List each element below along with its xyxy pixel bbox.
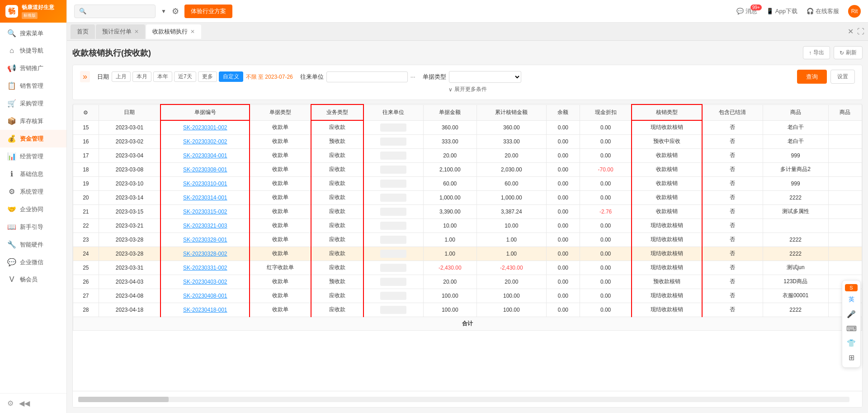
float-grid-icon[interactable]: ⊞ — [845, 351, 858, 364]
sidebar-label-search: 搜索菜单 — [20, 29, 43, 38]
dots-icon[interactable]: ··· — [410, 73, 415, 80]
notification-icon: 💬 — [736, 8, 744, 14]
scrollbar-thumb[interactable] — [78, 397, 169, 402]
sidebar-label-operation: 经营管理 — [20, 152, 43, 161]
settings-icon[interactable]: ⚙ — [7, 399, 14, 408]
table-row: 20 2023-03-14 SK-20230314-001 收款单 应收款 1,… — [73, 190, 862, 204]
sidebar-label-collab: 企业协同 — [20, 205, 43, 214]
tab-prepay-close[interactable]: ✕ — [134, 28, 139, 35]
doc-no-link[interactable]: SK-20230331-002 — [183, 265, 227, 271]
sidebar-item-operation[interactable]: 📊经营管理 — [0, 147, 66, 165]
sidebar-footer: ⚙ ◀◀ — [0, 393, 66, 413]
online-service-item[interactable]: 🎧 在线客服 — [807, 7, 839, 15]
cell-biz-type: 应收款 — [311, 120, 363, 134]
filter-toggle-btn[interactable]: » — [80, 71, 90, 82]
table-row: 21 2023-03-15 SK-20230315-002 收款单 应收款 3,… — [73, 204, 862, 218]
unit-input[interactable] — [326, 71, 408, 82]
sidebar-label-nav: 快捷导航 — [20, 47, 43, 55]
tab-home[interactable]: 首页 — [71, 24, 95, 39]
close-window-icon[interactable]: ✕ — [848, 27, 854, 36]
cell-balance: 0.00 — [546, 233, 580, 247]
notification-item[interactable]: 💬 消息 99+ — [736, 7, 757, 15]
table-row: 18 2023-03-08 SK-20230308-001 收款单 应收款 2,… — [73, 162, 862, 176]
sidebar-item-wechat[interactable]: 💬企业微信 — [0, 253, 66, 271]
date-btn-this-year[interactable]: 本年 — [153, 71, 172, 82]
sidebar-item-inventory[interactable]: 📦库存核算 — [0, 112, 66, 130]
chevron-down-icon: ∨ — [448, 86, 453, 93]
doc-no-link[interactable]: SK-20230321-003 — [183, 223, 227, 229]
doc-no-link[interactable]: SK-20230418-001 — [183, 307, 227, 313]
expand-more-btn[interactable]: ∨ 展开更多条件 — [80, 85, 855, 93]
cell-product1: 衣服00001 — [763, 289, 828, 303]
date-btn-last-month[interactable]: 上月 — [112, 71, 131, 82]
cell-no: 19 — [73, 176, 99, 190]
tab-receipt[interactable]: 收款核销执行 ✕ — [146, 24, 201, 39]
cell-date: 2023-03-14 — [99, 190, 160, 204]
doc-no-link[interactable]: SK-20230314-001 — [183, 195, 227, 201]
query-button[interactable]: 查询 — [797, 70, 827, 84]
doc-no-link[interactable]: SK-20230310-001 — [183, 180, 227, 187]
unit-cell — [380, 180, 407, 188]
sidebar-item-finance[interactable]: 💰资金管理 — [0, 130, 66, 147]
refresh-button[interactable]: ↻ 刷新 — [834, 46, 863, 59]
float-keyboard-icon[interactable]: ⌨ — [845, 322, 858, 335]
doc-no-link[interactable]: SK-20230328-001 — [183, 237, 227, 243]
settings-button[interactable]: 设置 — [830, 70, 855, 84]
date-btn-custom[interactable]: 自定义 — [219, 71, 243, 82]
sidebar-item-system[interactable]: ⚙系统管理 — [0, 183, 66, 200]
tab-receipt-close[interactable]: ✕ — [190, 28, 195, 35]
table-row: 25 2023-03-31 SK-20230331-002 红字收款单 应收款 … — [73, 261, 862, 275]
sidebar-item-marketing[interactable]: 📢营销推广 — [0, 59, 66, 77]
doc-no-link[interactable]: SK-20230328-002 — [183, 251, 227, 257]
cell-written-off: 360.00 — [477, 120, 547, 134]
doc-no-link[interactable]: SK-20230315-002 — [183, 209, 227, 215]
cell-unit — [363, 176, 423, 190]
cell-included: 否 — [702, 162, 763, 176]
collapse-icon[interactable]: ◀◀ — [19, 399, 30, 408]
horizontal-scrollbar[interactable] — [78, 397, 849, 402]
gear-icon[interactable]: ⚙ — [172, 6, 179, 16]
cell-doc-no: SK-20230310-001 — [160, 176, 250, 190]
cell-product2 — [828, 247, 862, 261]
float-mic-icon[interactable]: 🎤 — [845, 308, 858, 320]
th-settings[interactable]: ⚙ — [73, 104, 99, 120]
table-row: 24 2023-03-28 SK-20230328-002 收款单 应收款 1.… — [73, 247, 862, 261]
avatar[interactable]: Rit — [848, 5, 861, 18]
doc-no-link[interactable]: SK-20230308-001 — [183, 166, 227, 173]
search-input[interactable] — [89, 8, 151, 14]
cell-included: 否 — [702, 134, 763, 148]
doc-no-link[interactable]: SK-20230403-002 — [183, 279, 227, 285]
maximize-icon[interactable]: ⛶ — [857, 28, 864, 36]
doc-no-link[interactable]: SK-20230301-002 — [183, 124, 227, 131]
sidebar-item-basic[interactable]: ℹ基础信息 — [0, 165, 66, 183]
app-download-item[interactable]: 📱 App下载 — [766, 7, 797, 15]
topbar-dropdown[interactable]: ▼ — [161, 8, 166, 14]
cell-biz-type: 应收款 — [311, 176, 363, 190]
cell-unit — [363, 190, 423, 204]
cell-included: 否 — [702, 148, 763, 162]
float-english-icon[interactable]: 英 — [845, 293, 858, 306]
date-btn-7days[interactable]: 近7天 — [174, 71, 196, 82]
topbar-search-box[interactable]: 🔍 — [74, 5, 156, 18]
sidebar-item-nav[interactable]: ⌂快捷导航 — [0, 42, 66, 59]
sidebar-item-purchase[interactable]: 🛒采购管理 — [0, 95, 66, 112]
tab-prepay[interactable]: 预计应付单 ✕ — [96, 24, 145, 39]
cell-doc-type: 收款单 — [250, 275, 311, 289]
solution-button[interactable]: 体验行业方案 — [184, 5, 232, 18]
doc-no-link[interactable]: SK-20230302-002 — [183, 138, 227, 145]
sidebar-item-member[interactable]: V畅会员 — [0, 271, 66, 288]
table-scroll-area[interactable]: ⚙ 日期 单据编号 单据类型 业务类型 往来单位 单据金额 累计核销金额 余额 … — [73, 104, 862, 391]
doc-no-link[interactable]: SK-20230304-001 — [183, 152, 227, 159]
sidebar-item-sales[interactable]: 📋销售管理 — [0, 77, 66, 95]
sidebar-item-search[interactable]: 🔍搜索菜单 — [0, 24, 66, 42]
date-btn-this-month[interactable]: 本月 — [132, 71, 151, 82]
export-button[interactable]: ↑ 导出 — [803, 46, 830, 59]
sidebar-item-collab[interactable]: 🤝企业协同 — [0, 200, 66, 218]
sidebar-item-hardware[interactable]: 🔧智能硬件 — [0, 236, 66, 253]
cell-product2 — [828, 148, 862, 162]
sidebar-item-guide[interactable]: 📖新手引导 — [0, 218, 66, 236]
receipt-type-select[interactable] — [449, 71, 521, 83]
doc-no-link[interactable]: SK-20230408-001 — [183, 293, 227, 299]
date-btn-more[interactable]: 更多 — [198, 71, 217, 82]
float-shirt-icon[interactable]: 👕 — [845, 337, 858, 349]
